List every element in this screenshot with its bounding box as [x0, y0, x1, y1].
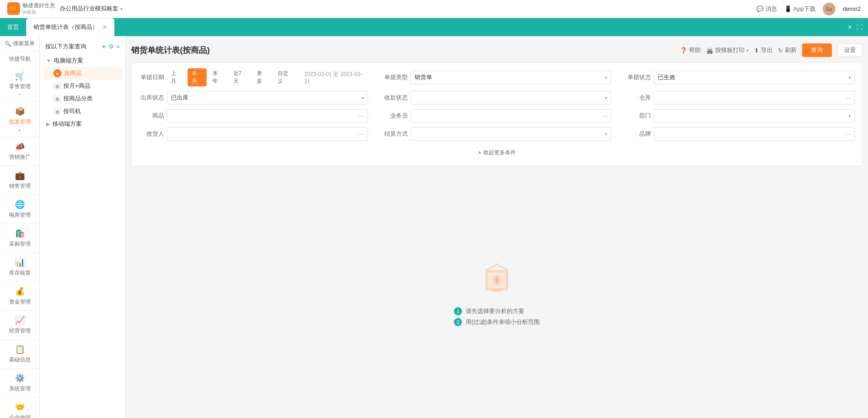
doc-type-wrap[interactable]: 销货单 ▾ [410, 71, 612, 84]
workspace-selector[interactable]: 办公用品行业模拟账套 ▾ [60, 5, 123, 13]
recv-status-control: ▾ [410, 91, 612, 104]
sidebar-item-purchase[interactable]: 🛍️ 采购管理 [0, 224, 39, 253]
product-wrap[interactable]: ··· [167, 109, 368, 123]
filter-recv-status: 收款状态 ▾ [382, 91, 612, 104]
doc-status-dropdown-icon[interactable]: ▾ [849, 75, 851, 80]
brand-dots-icon[interactable]: ··· [845, 130, 851, 138]
dept-wrap[interactable]: ▾ [654, 109, 855, 123]
dept-dropdown-icon[interactable]: ▾ [849, 114, 851, 119]
message-action[interactable]: 💬 消息 [756, 5, 777, 13]
doc-status-control: 已生效 ▾ [654, 71, 855, 84]
tab-home-label: 首页 [7, 23, 19, 31]
doc-status-wrap[interactable]: 已生效 ▾ [654, 71, 855, 84]
tree-child-by-product[interactable]: ● 按商品 [43, 67, 122, 80]
tabbar: 首页 销货单统计表（按商品） ✕ ✕ ⛶ [0, 18, 868, 36]
left-panel-title: 按以下方案查询 [45, 43, 86, 51]
doc-type-control: 销货单 ▾ [410, 71, 612, 84]
tab-report-label: 销货单统计表（按商品） [33, 23, 98, 31]
tree-child-by-category[interactable]: ▦ 按商品分类 [43, 92, 122, 105]
out-status-dropdown-icon[interactable]: ▾ [362, 95, 364, 100]
sidebar-item-finance[interactable]: 💰 资金管理 [0, 282, 39, 311]
filter-warehouse: 仓库 ··· [626, 91, 855, 104]
query-button[interactable]: 查询 [802, 43, 832, 57]
tree-parent-pc[interactable]: ▼ 电脑端方案 [43, 54, 122, 67]
sidebar-item-corp[interactable]: 🤝 企业协同 [0, 398, 39, 418]
print-button[interactable]: 🖨️ 按模板打印 ▾ [706, 46, 749, 54]
product-dots-icon[interactable]: ··· [359, 112, 364, 119]
empty-illustration [474, 256, 519, 302]
salesperson-dots-icon[interactable]: ··· [602, 112, 608, 119]
tip-num-1: 1 [454, 307, 462, 315]
corp-icon: 🤝 [15, 402, 25, 412]
settle-dropdown-icon[interactable]: ▾ [605, 132, 607, 137]
filter-doc-type: 单据类型 销货单 ▾ [382, 71, 612, 84]
sidebar-item-marketing[interactable]: 📣 营销推广 [0, 137, 39, 166]
sidebar-item-ecommerce[interactable]: 🌐 电商管理 [0, 195, 39, 224]
btn-more-date[interactable]: 更多 [253, 68, 272, 86]
settle-wrap[interactable]: ▾ [410, 127, 612, 141]
sidebar-quick-nav[interactable]: 快捷导航 [0, 52, 39, 66]
export-button[interactable]: ⬆ 导出 [754, 46, 773, 54]
btn-this-year[interactable]: 本年 [208, 68, 227, 86]
doc-type-dropdown-icon[interactable]: ▾ [605, 75, 607, 80]
stock-icon: 📊 [15, 257, 25, 267]
collapse-bar[interactable]: ∧ 收起更多条件 [139, 145, 855, 160]
sidebar-item-basic[interactable]: 📋 基础信息 [0, 340, 39, 369]
warehouse-wrap[interactable]: ··· [654, 91, 855, 104]
tree-child-by-month-product[interactable]: ▦ 按月+商品 [43, 80, 122, 92]
quick-nav-label: 快捷导航 [9, 56, 31, 62]
tab-home[interactable]: 首页 [0, 18, 26, 36]
sidebar-item-operation[interactable]: 📈 经营管理 [0, 311, 39, 340]
salesperson-wrap[interactable]: ··· [410, 109, 612, 123]
tab-report[interactable]: 销货单统计表（按商品） ✕ [26, 18, 114, 36]
btn-this-month[interactable]: 本月 [188, 68, 207, 86]
sidebar-item-stock[interactable]: 📊 库存核算 [0, 253, 39, 282]
wholesale-arrow: ▴ [19, 128, 21, 132]
expand-window-icon[interactable]: ⛶ [856, 24, 863, 31]
help-button[interactable]: ❓ 帮助 [680, 46, 701, 54]
empty-tips: 1 请先选择要分析的方案 2 用[过滤]条件来缩小分析范围 [454, 307, 539, 326]
search-label: 🔍 搜索菜单 [4, 40, 36, 48]
sales-icon: 💼 [15, 171, 25, 180]
logo-subtitle: 标账版 [23, 9, 55, 15]
corp-label: 企业协同 [9, 414, 31, 418]
sidebar-item-system[interactable]: ⚙️ 系统管理 [0, 369, 39, 398]
btn-custom-date[interactable]: 自定义 [274, 68, 298, 86]
date-quick-buttons: 上月 本月 本年 近7天 更多 自定义 [167, 68, 298, 86]
btn-last-month[interactable]: 上月 [167, 68, 186, 86]
left-panel: 按以下方案查询 + ⚙ « ▼ 电脑端方案 ● 按商品 ▦ 按月+ [40, 36, 126, 418]
close-window-icon[interactable]: ✕ [847, 24, 853, 31]
sidebar-search[interactable]: 🔍 搜索菜单 [0, 36, 39, 52]
out-status-wrap[interactable]: 已出库 ▾ [167, 91, 368, 104]
main-layout: 🔍 搜索菜单 快捷导航 🛒 零售管理 ▾ 📦 批发管理 ▴ 📣 营销推广 💼 销… [0, 36, 868, 418]
recv-status-wrap[interactable]: ▾ [410, 91, 612, 104]
collapse-panel-button[interactable]: « [117, 43, 120, 50]
consignee-dots-icon[interactable]: ··· [359, 130, 364, 138]
basic-label: 基础信息 [9, 356, 31, 364]
tree-parent-mobile[interactable]: ▶ 移动端方案 [43, 118, 122, 130]
consignee-wrap[interactable]: ··· [167, 127, 368, 141]
sidebar-item-wholesale[interactable]: 📦 批发管理 ▴ [0, 102, 39, 137]
recv-status-dropdown-icon[interactable]: ▾ [605, 95, 607, 100]
sidebar-item-sales[interactable]: 💼 销售管理 [0, 166, 39, 195]
out-status-value: 已出库 [171, 94, 360, 102]
wholesale-icon: 📦 [15, 106, 25, 116]
empty-state: 1 请先选择要分析的方案 2 用[过滤]条件来缩小分析范围 [131, 170, 863, 413]
ecommerce-icon: 🌐 [15, 200, 25, 209]
print-dropdown-icon[interactable]: ▾ [746, 48, 749, 53]
date-label: 单据日期 [139, 73, 164, 81]
settings-button[interactable]: 设置 [837, 43, 863, 57]
warehouse-dots-icon[interactable]: ··· [845, 94, 851, 101]
avatar[interactable]: Ea [823, 3, 835, 15]
tab-close-icon[interactable]: ✕ [103, 24, 107, 30]
tip-text-1: 请先选择要分析的方案 [466, 307, 524, 315]
tree-child-by-printer[interactable]: ▦ 按司机 [43, 105, 122, 118]
app-download-action[interactable]: 📱 App下载 [784, 5, 816, 13]
btn-last7[interactable]: 近7天 [229, 68, 251, 86]
operation-icon: 📈 [15, 315, 25, 325]
add-scheme-button[interactable]: + [102, 43, 106, 50]
settings-scheme-button[interactable]: ⚙ [108, 43, 114, 50]
sidebar-item-retail[interactable]: 🛒 零售管理 ▾ [0, 66, 39, 102]
brand-wrap[interactable]: ··· [654, 127, 855, 141]
refresh-button[interactable]: ↻ 刷新 [778, 46, 797, 54]
